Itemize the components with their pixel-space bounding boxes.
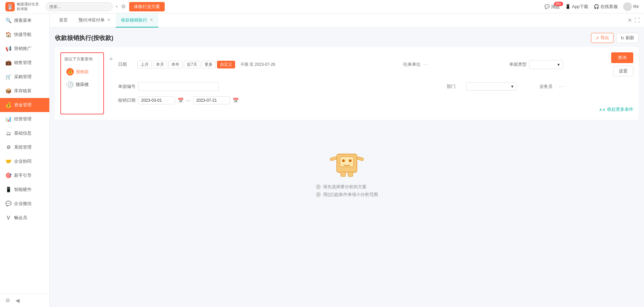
solution-button[interactable]: 体验行业方案: [129, 2, 165, 11]
message-button[interactable]: 💬 消息 99+: [544, 4, 560, 10]
basic-info-icon: 🗂: [5, 131, 11, 136]
sidebar: 🔍 搜索菜单 🏠 快捷导航 📢 营销推广 💼 销售管理 🛒 采购管理 📦 库存核…: [0, 13, 50, 307]
empty-hint-1: 1 请先选择要分析的方案: [316, 183, 378, 191]
sidebar-item-marketing[interactable]: 📢 营销推广: [0, 42, 49, 56]
user-profile[interactable]: Rit: [623, 2, 639, 11]
filter-form: 日期 上月 本月 本年 近7天 更多 自定义 不限 至 2023-07-26: [118, 52, 633, 114]
doc-no-field: 单据编号: [118, 82, 441, 91]
sidebar-item-inventory[interactable]: 📦 库存核算: [0, 84, 49, 98]
doc-type-select[interactable]: ▾: [529, 60, 563, 69]
hint-num-1: 1: [316, 184, 321, 190]
tab-prepay-close-icon[interactable]: ✕: [107, 18, 110, 22]
custom-date-btn[interactable]: 自定义: [217, 61, 235, 68]
search-icon: 🔍: [5, 17, 11, 23]
sidebar-item-quick-nav[interactable]: 🏠 快捷导航: [0, 28, 49, 42]
sidebar-item-hardware[interactable]: 📱 智能硬件: [0, 183, 49, 197]
online-service-label: 在线客服: [600, 4, 618, 10]
export-button[interactable]: ↗ 导出: [591, 33, 613, 43]
sidebar-item-guide[interactable]: 🎯 新手引导: [0, 168, 49, 183]
counterparty-dots: ···: [423, 61, 428, 67]
sidebar-item-operations[interactable]: 📊 经营管理: [0, 112, 49, 126]
tab-receipt-verify[interactable]: 收款核销执行 ✕: [116, 13, 158, 28]
verify-date-end-input[interactable]: [193, 96, 230, 104]
doc-no-input[interactable]: [138, 82, 219, 91]
counterparty-field: 往来单位 ···: [403, 61, 504, 67]
sidebar-item-enterprise[interactable]: 🤝 企业协同: [0, 154, 49, 168]
tab-home[interactable]: 首页: [54, 13, 73, 28]
sidebar-item-search-menu[interactable]: 🔍 搜索菜单: [0, 13, 49, 28]
sidebar-settings-icon[interactable]: ⚙: [5, 297, 10, 304]
sidebar-label: 搜索菜单: [14, 17, 32, 23]
refresh-label: 刷新: [626, 35, 634, 41]
setting-button[interactable]: 设置: [613, 66, 633, 76]
this-month-btn[interactable]: 本月: [153, 61, 167, 68]
sidebar-item-sales[interactable]: 💼 销售管理: [0, 56, 49, 70]
last-7-days-btn[interactable]: 近7天: [184, 61, 200, 68]
sidebar-label: 快捷导航: [14, 32, 32, 38]
main-layout: 🔍 搜索菜单 🏠 快捷导航 📢 营销推广 💼 销售管理 🛒 采购管理 📦 库存核…: [0, 13, 644, 307]
verify-date-field: 核销日期 📅 — 📅: [118, 96, 633, 104]
sidebar-item-member[interactable]: Ⅴ 畅会员: [0, 211, 49, 225]
sidebar-item-purchase[interactable]: 🛒 采购管理: [0, 70, 49, 84]
svg-rect-5: [357, 157, 364, 161]
header-search-input[interactable]: [46, 2, 113, 11]
date-buttons-group: 上月 本月 本年 近7天 更多 自定义: [138, 61, 235, 68]
refresh-button[interactable]: ↻ 刷新: [616, 33, 639, 43]
online-service-button[interactable]: 🎧 在线客服: [594, 4, 618, 10]
app-name: 畅捷通好生意 标准版: [17, 2, 39, 11]
tab-prepay[interactable]: 预付冲应付单 ✕: [73, 13, 116, 28]
search-dropdown-icon[interactable]: ▾: [116, 5, 118, 8]
filter-collapse-icon[interactable]: »: [108, 54, 114, 63]
hardware-icon: 📱: [5, 187, 11, 193]
sidebar-label: 采购管理: [14, 74, 32, 80]
svg-rect-1: [340, 157, 354, 167]
date-range-text: 不限 至 2023-07-26: [240, 62, 275, 67]
sidebar-item-finance[interactable]: 💰 资金管理: [0, 98, 49, 112]
sidebar-collapse-icon[interactable]: ◀: [15, 297, 19, 304]
tab-close-all-icon[interactable]: ✕: [628, 17, 632, 23]
app-download-button[interactable]: 📱 App下载: [565, 4, 588, 10]
calendar-start-icon[interactable]: 📅: [178, 98, 183, 103]
sidebar-item-basic-info[interactable]: 🗂 基础信息: [0, 126, 49, 140]
tab-receipt-verify-close-icon[interactable]: ✕: [150, 18, 153, 22]
verify-date-start-input[interactable]: [138, 96, 175, 104]
staff-field: 业务员 ···: [539, 84, 633, 90]
user-name: Rit: [633, 4, 639, 9]
query-button[interactable]: 查询: [611, 52, 633, 63]
filter-row-3: 核销日期 📅 — 📅: [118, 96, 633, 104]
filter-option-by-receivable[interactable]: 🕐 按应收: [64, 78, 100, 91]
receivable-option-icon: 🕐: [66, 81, 74, 88]
tab-expand-icon[interactable]: ⛶: [635, 17, 640, 23]
dept-select[interactable]: ▾: [466, 82, 517, 91]
system-icon: ⚙: [5, 144, 11, 150]
collapse-more-button[interactable]: ∧∧ 收起更多条件: [118, 104, 633, 114]
doc-no-label: 单据编号: [118, 84, 136, 90]
verify-date-label: 核销日期: [118, 97, 136, 103]
guide-icon: 🎯: [5, 172, 11, 178]
calendar-end-icon[interactable]: 📅: [233, 98, 238, 103]
sidebar-bottom: ⚙ ◀: [0, 294, 49, 307]
empty-illustration: [327, 144, 367, 177]
counterparty-label: 往来单位: [403, 61, 421, 67]
marketing-icon: 📢: [5, 46, 11, 52]
doc-type-field: 单据类型 ▾: [509, 60, 603, 69]
app-download-label: App下载: [572, 4, 588, 10]
receipt-option-label: 按收款: [76, 69, 89, 75]
hint-text-1: 请先选择要分析的方案: [323, 183, 367, 191]
sidebar-item-wechat[interactable]: 💬 企业微信: [0, 197, 49, 211]
settings-gear-icon[interactable]: ⚙: [121, 3, 126, 10]
filter-option-by-receipt[interactable]: 💰 按收款: [64, 65, 100, 78]
sidebar-item-system[interactable]: ⚙ 系统管理: [0, 140, 49, 154]
enterprise-icon: 🤝: [5, 158, 11, 164]
empty-text: 1 请先选择要分析的方案 2 用[过滤]条件来缩小分析范围: [316, 183, 378, 199]
page-title-bar: 收款核销执行(按收款) ↗ 导出 ↻ 刷新: [55, 33, 639, 43]
filter-options-title: 按以下方案查询: [64, 56, 100, 62]
sidebar-label: 库存核算: [14, 88, 32, 94]
this-year-btn[interactable]: 本年: [168, 61, 182, 68]
last-month-btn[interactable]: 上月: [138, 61, 152, 68]
more-date-btn[interactable]: 更多: [202, 61, 216, 68]
filter-row-2: 单据编号 部门 ▾ 业务员: [118, 82, 633, 91]
svg-point-3: [349, 159, 352, 162]
tab-bar: 首页 预付冲应付单 ✕ 收款核销执行 ✕ ✕ ⛶: [50, 13, 644, 28]
staff-label: 业务员: [539, 84, 556, 90]
